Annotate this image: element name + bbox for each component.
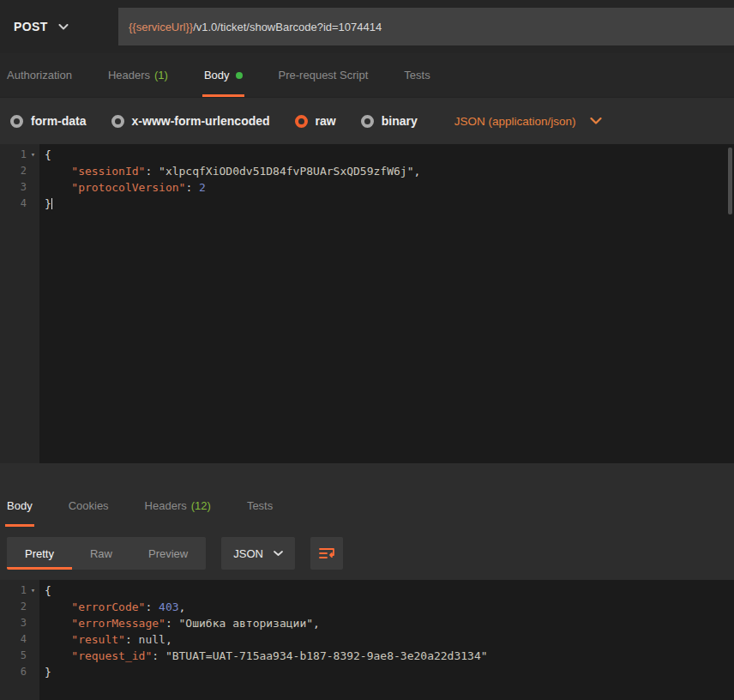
code-text: "errorCode": 403, [39, 599, 185, 615]
tab-pre-request-script[interactable]: Pre-request Script [279, 53, 369, 97]
json-colon: : [145, 165, 159, 178]
line-number: 1 [0, 582, 27, 599]
json-indent [45, 600, 71, 613]
json-indent [45, 617, 71, 630]
code-text: { [39, 582, 51, 599]
tab-authorization[interactable]: Authorization [7, 53, 72, 97]
code-line: 2 "errorCode": 403, [0, 599, 734, 615]
tab-label: Pre-request Script [279, 69, 369, 81]
tab-label: Cookies [69, 499, 109, 512]
raw-button[interactable]: Raw [72, 537, 130, 570]
body-modified-dot-icon [236, 72, 243, 79]
line-number: 4 [0, 631, 27, 648]
response-headers-count-badge: (12) [191, 499, 211, 512]
radio-icon[interactable] [361, 115, 374, 128]
body-type-form-data[interactable]: form-data [10, 114, 87, 128]
fold-caret-icon[interactable]: ▾ [27, 147, 39, 163]
line-number: 1 [0, 147, 27, 163]
gutter: 1 ▾ [0, 147, 39, 163]
button-label: Preview [148, 547, 188, 560]
json-indent [45, 181, 71, 194]
json-brace: { [45, 148, 51, 161]
code-text: } [39, 196, 52, 212]
tab-body[interactable]: Body [204, 53, 243, 97]
response-format-select[interactable]: JSON [221, 537, 295, 570]
response-tab-headers[interactable]: Headers (12) [145, 484, 211, 527]
json-colon: : [152, 649, 165, 662]
line-number: 3 [0, 179, 27, 196]
response-tab-body[interactable]: Body [7, 484, 33, 527]
gutter: 3 [0, 179, 39, 196]
line-number: 2 [0, 163, 27, 179]
json-string: "xlpcqfXiOD0dv51D84fvP8UArSxQD59zfW6j" [159, 165, 413, 178]
fold-caret-icon[interactable]: ▾ [27, 582, 39, 599]
gutter: 2 [0, 163, 39, 179]
response-tab-cookies[interactable]: Cookies [69, 484, 109, 527]
line-number: 4 [0, 196, 27, 212]
wrap-text-button[interactable] [310, 537, 343, 570]
response-body-viewer[interactable]: 1 ▾ { 2 "errorCode": 403, 3 "errorMessag… [0, 580, 734, 700]
json-comma: , [313, 617, 320, 630]
code-line: 3 "errorMessage": "Ошибка авторизации", [0, 615, 734, 631]
url-input[interactable]: {{serviceUrl}}/v1.0/ticket/showBarcode?i… [118, 8, 734, 45]
gutter: 4 [0, 631, 39, 648]
json-number: 2 [199, 181, 206, 194]
code-line: 6 } [0, 664, 734, 680]
json-key: "errorMessage" [71, 617, 165, 630]
code-line: 3 "protocolVersion": 2 [0, 179, 734, 196]
code-text: "sessionId": "xlpcqfXiOD0dv51D84fvP8UArS… [39, 163, 420, 179]
request-tabs: Authorization Headers (1) Body Pre-reque… [0, 53, 734, 98]
json-brace: } [45, 666, 51, 679]
body-type-row: form-data x-www-form-urlencoded raw bina… [0, 98, 734, 144]
pretty-button[interactable]: Pretty [7, 537, 72, 570]
radio-icon[interactable] [111, 115, 124, 128]
tab-label: Tests [404, 69, 430, 81]
body-type-raw[interactable]: raw [295, 114, 336, 128]
radio-icon[interactable] [10, 115, 23, 128]
response-toolbar: Pretty Raw Preview JSON [7, 537, 734, 570]
json-null: null [139, 633, 165, 646]
code-text: "errorMessage": "Ошибка авторизации", [39, 615, 320, 631]
body-type-label: form-data [31, 114, 87, 128]
content-type-label: JSON (application/json) [454, 115, 576, 128]
tab-label: Body [7, 499, 33, 512]
body-type-urlencoded[interactable]: x-www-form-urlencoded [111, 114, 270, 128]
tab-label: Tests [247, 499, 273, 512]
url-path: /v1.0/ticket/showBarcode?id=1074414 [193, 21, 382, 33]
response-tab-tests[interactable]: Tests [247, 484, 273, 527]
scrollbar-thumb[interactable] [728, 148, 732, 214]
json-colon: : [185, 181, 199, 194]
request-body-editor[interactable]: 1 ▾ { 2 "sessionId": "xlpcqfXiOD0dv51D84… [0, 144, 734, 463]
json-indent [45, 165, 71, 178]
code-line: 1 ▾ { [0, 147, 734, 163]
json-brace: { [45, 584, 51, 597]
json-key: "errorCode" [71, 600, 145, 613]
tab-headers[interactable]: Headers (1) [108, 53, 168, 97]
body-type-binary[interactable]: binary [361, 114, 418, 128]
code-line: 4 } [0, 196, 734, 212]
json-number: 403 [159, 600, 178, 613]
headers-count-badge: (1) [154, 69, 168, 81]
url-variable: {{serviceUrl}} [129, 21, 193, 33]
json-key: "sessionId" [71, 165, 145, 178]
json-brace: } [45, 197, 51, 210]
json-key: "request_id" [71, 649, 152, 662]
content-type-select[interactable]: JSON (application/json) [454, 115, 602, 128]
json-string: "BTUAT=UAT-715aa934-b187-8392-9ae8-3e20a… [165, 649, 488, 662]
body-type-label: raw [316, 114, 336, 128]
code-text: "protocolVersion": 2 [39, 179, 206, 196]
preview-button[interactable]: Preview [130, 537, 206, 570]
button-label: Raw [90, 547, 112, 560]
gutter: 5 [0, 648, 39, 664]
tab-label: Authorization [7, 69, 72, 81]
response-tabs: Body Cookies Headers (12) Tests [0, 484, 734, 527]
chevron-down-icon [590, 118, 602, 124]
code-text: { [39, 147, 51, 163]
method-select[interactable]: POST [0, 20, 118, 33]
line-number: 5 [0, 648, 27, 664]
radio-selected-icon[interactable] [295, 115, 308, 128]
body-type-label: x-www-form-urlencoded [132, 114, 270, 128]
code-line: 2 "sessionId": "xlpcqfXiOD0dv51D84fvP8UA… [0, 163, 734, 179]
tab-tests[interactable]: Tests [404, 53, 430, 97]
chevron-down-icon [274, 551, 283, 556]
